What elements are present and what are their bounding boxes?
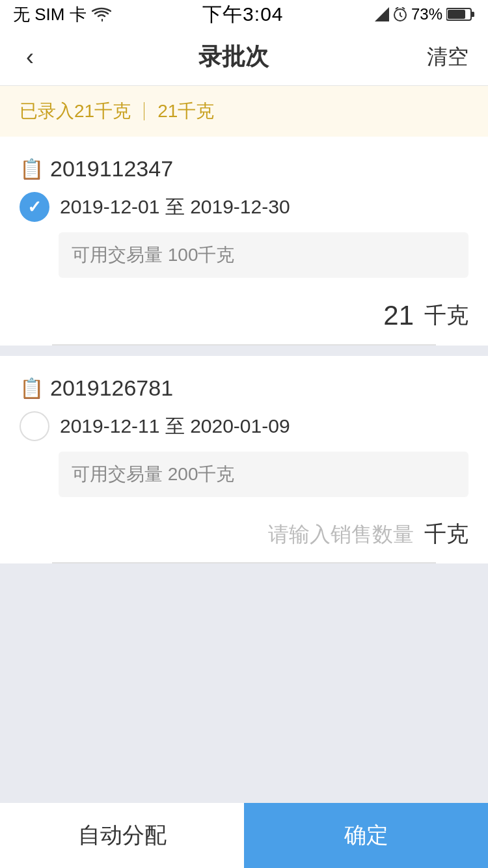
auto-distribute-button[interactable]: 自动分配 — [0, 803, 244, 868]
batch-header-2: 📋 2019126781 — [20, 375, 468, 401]
batch-card-1: 📋 2019112347 2019-12-01 至 2019-12-30 可用交… — [0, 137, 488, 346]
summary-divider — [144, 102, 144, 120]
qty-row-1: 21 千克 — [0, 293, 488, 344]
qty-row-2: 千克 — [0, 513, 488, 562]
svg-line-5 — [402, 7, 405, 9]
bottom-bar: 自动分配 确定 — [0, 803, 488, 868]
carrier-text: 无 SIM 卡 — [13, 3, 87, 26]
location-icon — [375, 7, 389, 21]
time-display: 下午3:04 — [202, 1, 283, 28]
status-bar: 无 SIM 卡 下午3:04 73% — [0, 0, 488, 29]
summary-value: 21千克 — [157, 99, 214, 124]
battery-icon — [446, 7, 475, 21]
available-qty-1: 可用交易量 100千克 — [59, 232, 468, 278]
wifi-icon — [92, 7, 111, 21]
alarm-icon — [393, 7, 407, 21]
batch-card-2: 📋 2019126781 2019-12-11 至 2020-01-09 可用交… — [0, 356, 488, 563]
qty-value-1: 21 — [383, 300, 414, 331]
confirm-button[interactable]: 确定 — [244, 803, 488, 868]
document-icon-2: 📋 — [20, 377, 44, 400]
summary-label: 已录入21千克 — [20, 99, 131, 124]
back-button[interactable]: ‹ — [20, 37, 40, 77]
nav-bar: ‹ 录批次 清空 — [0, 29, 488, 86]
content-area: 📋 2019112347 2019-12-01 至 2019-12-30 可用交… — [0, 137, 488, 868]
battery-percent: 73% — [411, 5, 442, 23]
batch-id-2: 2019126781 — [50, 375, 173, 401]
summary-bar: 已录入21千克 21千克 — [0, 86, 488, 137]
status-left: 无 SIM 卡 — [13, 3, 111, 26]
section-divider — [0, 346, 488, 356]
svg-line-4 — [396, 7, 398, 9]
radio-button-2[interactable] — [20, 411, 49, 441]
batch-date-row-1[interactable]: 2019-12-01 至 2019-12-30 — [20, 192, 468, 222]
batch-item-1: 📋 2019112347 2019-12-01 至 2019-12-30 可用交… — [0, 137, 488, 278]
qty-input-2[interactable] — [153, 522, 414, 547]
svg-rect-7 — [471, 12, 474, 17]
available-qty-2: 可用交易量 200千克 — [59, 452, 468, 497]
batch-date-1: 2019-12-01 至 2019-12-30 — [60, 194, 290, 221]
batch-item-2: 📋 2019126781 2019-12-11 至 2020-01-09 可用交… — [0, 356, 488, 497]
document-icon-1: 📋 — [20, 157, 44, 180]
batch-header-1: 📋 2019112347 — [20, 156, 468, 182]
status-right: 73% — [375, 5, 475, 23]
batch-id-1: 2019112347 — [50, 156, 173, 182]
svg-line-3 — [400, 16, 402, 17]
svg-marker-0 — [375, 7, 389, 21]
batch-date-row-2[interactable]: 2019-12-11 至 2020-01-09 — [20, 411, 468, 441]
clear-button[interactable]: 清空 — [427, 43, 468, 72]
page-title: 录批次 — [198, 41, 269, 73]
qty-unit-1: 千克 — [424, 301, 468, 331]
svg-rect-8 — [448, 10, 465, 19]
qty-unit-2: 千克 — [424, 519, 468, 549]
radio-button-1[interactable] — [20, 192, 49, 222]
batch-date-2: 2019-12-11 至 2020-01-09 — [60, 413, 290, 440]
